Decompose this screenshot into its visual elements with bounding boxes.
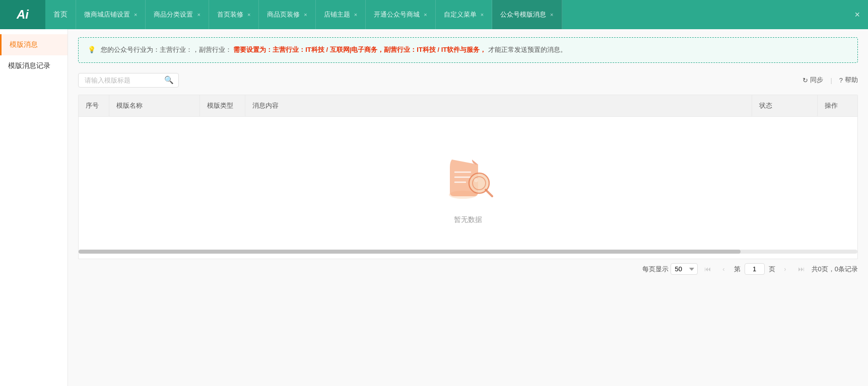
nav-tab-label-category-settings: 商品分类设置 bbox=[154, 10, 193, 19]
help-button[interactable]: ? 帮助 bbox=[839, 75, 858, 85]
page-first-button[interactable]: ⏮ bbox=[702, 263, 714, 275]
help-label: 帮助 bbox=[845, 75, 858, 85]
table-body: 暂无数据 bbox=[79, 116, 857, 245]
nav-tab-close-template-msg[interactable]: × bbox=[550, 12, 553, 18]
help-icon: ? bbox=[839, 76, 843, 84]
search-icon-button[interactable]: 🔍 bbox=[164, 75, 174, 85]
nav-tab-label-product-decor: 商品页装修 bbox=[267, 10, 300, 19]
nav-tab-label-home: 首页 bbox=[53, 10, 68, 19]
table-header: 序号模版名称模版类型消息内容状态操作 bbox=[79, 95, 857, 117]
table-header-row: 序号模版名称模版类型消息内容状态操作 bbox=[79, 95, 857, 117]
col-header-index: 序号 bbox=[79, 95, 109, 117]
nav-tab-close-shop-theme[interactable]: × bbox=[354, 12, 357, 18]
global-close-button[interactable]: × bbox=[846, 10, 868, 20]
nav-tab-home[interactable]: 首页 bbox=[45, 0, 76, 29]
nav-tab-close-category-settings[interactable]: × bbox=[197, 12, 200, 18]
data-table: 序号模版名称模版类型消息内容状态操作 bbox=[79, 95, 857, 245]
nav-tab-custom-menu[interactable]: 自定义菜单× bbox=[436, 0, 492, 29]
nav-tab-label-home-decor: 首页装修 bbox=[217, 10, 243, 19]
nav-tab-label-custom-menu: 自定义菜单 bbox=[444, 10, 477, 19]
search-input-wrap: 🔍 bbox=[78, 73, 179, 88]
nav-tab-home-decor[interactable]: 首页装修× bbox=[209, 0, 259, 29]
svg-line-6 bbox=[486, 190, 492, 196]
divider: | bbox=[830, 76, 832, 84]
total-info: 共0页，0条记录 bbox=[812, 265, 858, 274]
nav-tab-label-shop-settings: 微商城店铺设置 bbox=[84, 10, 130, 19]
nav-tab-shop-settings[interactable]: 微商城店铺设置× bbox=[76, 0, 146, 29]
info-highlight: 需要设置为：主营行业：IT科技 / 互联网|电子商务，副营行业：IT科技 / I… bbox=[233, 46, 486, 53]
page-next-button[interactable]: › bbox=[779, 263, 791, 275]
page-size-dropdown[interactable]: 102050100 bbox=[671, 263, 698, 275]
empty-text: 暂无数据 bbox=[454, 215, 482, 224]
data-table-wrap: 序号模版名称模版类型消息内容状态操作 bbox=[78, 95, 858, 259]
nav-tab-close-open-mall[interactable]: × bbox=[424, 12, 427, 18]
content-area: 💡 您的公众号行业为：主营行业：，副营行业： 需要设置为：主营行业：IT科技 /… bbox=[68, 29, 868, 386]
sync-icon: ↻ bbox=[803, 76, 808, 84]
empty-row: 暂无数据 bbox=[79, 116, 857, 245]
nav-tab-shop-theme[interactable]: 店铺主题× bbox=[316, 0, 366, 29]
svg-point-7 bbox=[474, 178, 478, 182]
nav-tab-category-settings[interactable]: 商品分类设置× bbox=[146, 0, 209, 29]
nav-tab-close-product-decor[interactable]: × bbox=[304, 12, 307, 18]
sidebar-item-template-record[interactable]: 模版消息记录 bbox=[0, 55, 68, 76]
page-prev-button[interactable]: ‹ bbox=[718, 263, 730, 275]
page-last-button[interactable]: ⏭ bbox=[795, 263, 808, 275]
sync-label: 同步 bbox=[810, 75, 823, 85]
nav-tab-label-template-msg: 公众号模版消息 bbox=[500, 10, 546, 19]
info-suffix: 才能正常发送预置的消息。 bbox=[488, 46, 567, 53]
scrollbar-track[interactable] bbox=[79, 250, 857, 254]
page-size-label: 每页显示 bbox=[642, 265, 669, 274]
nav-tab-label-open-mall: 开通公众号商城 bbox=[374, 10, 420, 19]
sidebar-item-template-msg[interactable]: 模版消息 bbox=[0, 34, 68, 55]
page-size-select: 每页显示 102050100 bbox=[642, 263, 698, 275]
search-right: ↻ 同步 | ? 帮助 bbox=[803, 75, 858, 85]
info-prefix: 您的公众号行业为：主营行业：，副营行业： bbox=[101, 46, 232, 53]
top-nav: Ai 首页微商城店铺设置×商品分类设置×首页装修×商品页装修×店铺主题×开通公众… bbox=[0, 0, 868, 29]
col-header-content: 消息内容 bbox=[245, 95, 752, 117]
page-number-input[interactable] bbox=[745, 263, 765, 275]
page-prefix: 第 bbox=[734, 265, 741, 274]
nav-tabs: 首页微商城店铺设置×商品分类设置×首页装修×商品页装修×店铺主题×开通公众号商城… bbox=[45, 0, 846, 29]
nav-tab-close-home-decor[interactable]: × bbox=[247, 12, 250, 18]
col-header-type: 模版类型 bbox=[199, 95, 245, 117]
nav-tab-product-decor[interactable]: 商品页装修× bbox=[259, 0, 315, 29]
search-left: 🔍 bbox=[78, 73, 179, 88]
col-header-name: 模版名称 bbox=[109, 95, 199, 117]
bulb-icon: 💡 bbox=[88, 46, 96, 53]
search-bar: 🔍 ↻ 同步 | ? 帮助 bbox=[78, 73, 858, 88]
nav-tab-template-msg[interactable]: 公众号模版消息× bbox=[492, 0, 562, 29]
main-layout: 模版消息模版消息记录 💡 您的公众号行业为：主营行业：，副营行业： 需要设置为：… bbox=[0, 29, 868, 386]
sync-button[interactable]: ↻ 同步 bbox=[803, 75, 823, 85]
empty-illustration bbox=[438, 147, 498, 207]
nav-tab-close-custom-menu[interactable]: × bbox=[481, 12, 484, 18]
app-logo: Ai bbox=[0, 0, 45, 29]
scrollbar-thumb[interactable] bbox=[79, 250, 741, 254]
nav-tab-open-mall[interactable]: 开通公众号商城× bbox=[366, 0, 435, 29]
pagination: 每页显示 102050100 ⏮ ‹ 第 页 › ⏭ 共0页，0条记录 bbox=[78, 259, 858, 279]
col-header-action: 操作 bbox=[817, 95, 857, 117]
search-input[interactable] bbox=[78, 73, 179, 88]
nav-tab-label-shop-theme: 店铺主题 bbox=[324, 10, 350, 19]
nav-tab-close-shop-settings[interactable]: × bbox=[134, 12, 137, 18]
sidebar: 模版消息模版消息记录 bbox=[0, 29, 68, 386]
col-header-status: 状态 bbox=[752, 95, 817, 117]
info-banner: 💡 您的公众号行业为：主营行业：，副营行业： 需要设置为：主营行业：IT科技 /… bbox=[78, 37, 858, 63]
empty-state: 暂无数据 bbox=[79, 117, 857, 245]
page-unit: 页 bbox=[769, 265, 775, 274]
